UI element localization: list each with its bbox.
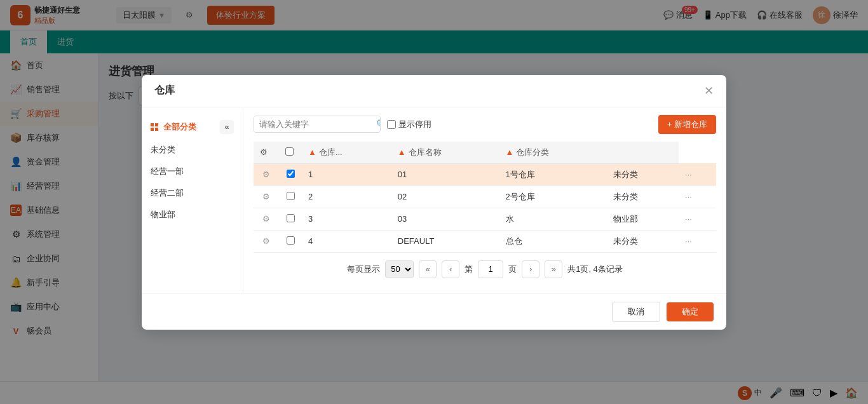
grid-icon	[151, 123, 159, 131]
category-item-dept1[interactable]: 经营一部	[142, 161, 243, 182]
cancel-button[interactable]: 取消	[612, 302, 660, 322]
row-checkbox-cell	[279, 230, 302, 252]
search-button[interactable]: 🔍	[371, 116, 381, 132]
show-disabled-checkbox[interactable]	[387, 120, 396, 129]
prev-page-button[interactable]: ‹	[442, 260, 459, 278]
modal-header: 仓库 ✕	[142, 75, 726, 107]
modal-body: 全部分类 « 未分类 经营一部 经营二部 物业部 🔍	[142, 107, 726, 293]
col-category: ▲仓库分类	[499, 142, 607, 164]
modal-footer: 取消 确定	[142, 293, 726, 330]
table-toolbar: 🔍 显示停用 + 新增仓库	[254, 115, 716, 134]
row-index: 3	[302, 208, 391, 230]
first-page-button[interactable]: «	[419, 260, 437, 278]
row-name: 总仓	[499, 230, 607, 252]
table-row[interactable]: ⚙ 2 02 2号仓库 未分类 ···	[254, 185, 716, 208]
row-name: 水	[499, 208, 607, 230]
pagination: 每页显示 50 « ‹ 第 页 › » 共1页, 4条记录	[254, 253, 716, 286]
select-all-checkbox[interactable]	[285, 147, 294, 156]
row-category: 未分类	[607, 163, 679, 185]
row-code: 02	[391, 185, 499, 208]
col-settings: ⚙	[254, 142, 279, 164]
add-warehouse-button[interactable]: + 新增仓库	[658, 115, 716, 134]
col-checkbox	[279, 142, 302, 164]
show-disabled-label[interactable]: 显示停用	[387, 119, 431, 130]
search-box: 🔍	[254, 116, 381, 133]
last-page-button[interactable]: »	[545, 260, 562, 278]
col-actions	[607, 142, 679, 164]
row-actions[interactable]: ···	[679, 163, 716, 185]
row-index: 1	[302, 163, 391, 185]
next-page-button[interactable]: ›	[522, 260, 539, 278]
page-input[interactable]	[478, 260, 503, 278]
row-actions[interactable]: ···	[679, 230, 716, 252]
collapse-button[interactable]: «	[220, 120, 234, 134]
warehouse-modal: 仓库 ✕ 全部分类 « 未分类 经营一部 经营二部 物业部	[142, 75, 726, 330]
row-index: 2	[302, 185, 391, 208]
row-category: 物业部	[607, 208, 679, 230]
modal-title: 仓库	[154, 84, 175, 97]
row-index: 4	[302, 230, 391, 252]
modal-close-button[interactable]: ✕	[704, 84, 714, 98]
category-item-uncategorized[interactable]: 未分类	[142, 139, 243, 161]
search-input[interactable]	[254, 116, 371, 132]
table-panel: 🔍 显示停用 + 新增仓库 ⚙	[243, 107, 726, 293]
row-checkbox[interactable]	[287, 236, 295, 245]
row-name: 2号仓库	[499, 185, 607, 208]
row-code: DEFAULT	[391, 230, 499, 252]
table-row[interactable]: ⚙ 3 03 水 物业部 ···	[254, 208, 716, 230]
row-checkbox[interactable]	[287, 192, 295, 200]
category-item-property[interactable]: 物业部	[142, 204, 243, 226]
row-category: 未分类	[607, 230, 679, 252]
row-checkbox[interactable]	[287, 170, 295, 178]
col-code: ▲仓库...	[302, 142, 391, 164]
row-settings[interactable]: ⚙	[254, 208, 279, 230]
row-code: 01	[391, 163, 499, 185]
table-row[interactable]: ⚙ 4 DEFAULT 总仓 未分类 ···	[254, 230, 716, 252]
table-row[interactable]: ⚙ 1 01 1号仓库 未分类 ···	[254, 163, 716, 185]
row-name: 1号仓库	[499, 163, 607, 185]
row-actions[interactable]: ···	[679, 185, 716, 208]
category-panel: 全部分类 « 未分类 经营一部 经营二部 物业部	[142, 107, 243, 293]
row-category: 未分类	[607, 185, 679, 208]
category-item-dept2[interactable]: 经营二部	[142, 182, 243, 204]
row-settings[interactable]: ⚙	[254, 185, 279, 208]
per-page-select[interactable]: 50	[385, 260, 414, 278]
table-body: ⚙ 1 01 1号仓库 未分类 ··· ⚙ 2 02 2号仓库 未分类 ··· …	[254, 163, 716, 252]
row-checkbox-cell	[279, 163, 302, 185]
confirm-button[interactable]: 确定	[667, 302, 714, 321]
col-name: ▲仓库名称	[391, 142, 499, 164]
row-actions[interactable]: ···	[679, 208, 716, 230]
row-code: 03	[391, 208, 499, 230]
row-checkbox[interactable]	[287, 214, 295, 222]
table-container: ⚙ ▲仓库... ▲仓库名称 ▲仓库分类 ⚙ 1 01 1号仓库 未分类 ···	[254, 142, 716, 253]
category-all-header[interactable]: 全部分类 «	[142, 115, 243, 139]
table-header: ⚙ ▲仓库... ▲仓库名称 ▲仓库分类	[254, 142, 716, 164]
modal-backdrop: 仓库 ✕ 全部分类 « 未分类 经营一部 经营二部 物业部	[0, 0, 868, 404]
row-checkbox-cell	[279, 185, 302, 208]
warehouse-table: ⚙ ▲仓库... ▲仓库名称 ▲仓库分类 ⚙ 1 01 1号仓库 未分类 ···	[254, 142, 716, 253]
row-settings[interactable]: ⚙	[254, 230, 279, 252]
row-settings[interactable]: ⚙	[254, 163, 279, 185]
row-checkbox-cell	[279, 208, 302, 230]
